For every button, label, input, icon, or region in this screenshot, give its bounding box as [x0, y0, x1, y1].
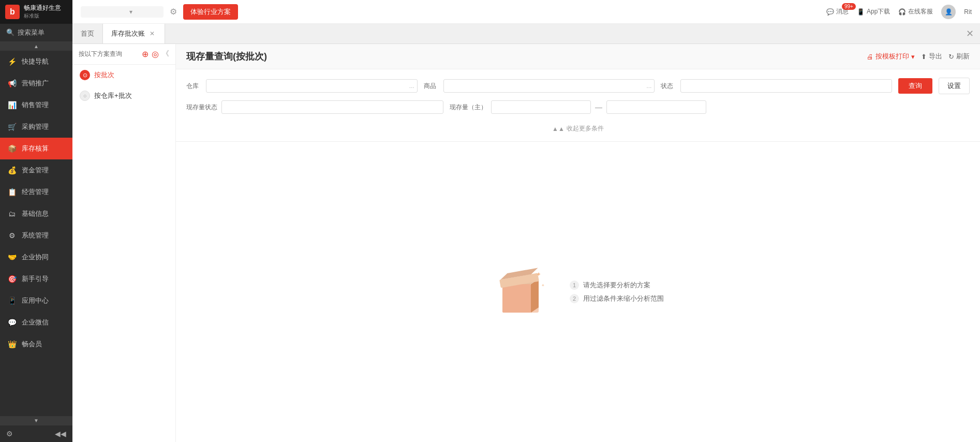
inventory-status-input-wrap	[221, 100, 443, 114]
refresh-icon: ↻	[948, 53, 954, 61]
topbar-chevron-icon: ▾	[129, 8, 132, 16]
empty-content: ✦ ✦ 1 请先选择要分析的方案 2 用过滤条件来缩小分析范围	[492, 261, 664, 323]
collapse-panel-icon[interactable]: 《	[162, 49, 169, 59]
print-icon: 🖨	[867, 53, 873, 61]
sidebar-nav: ⚡ 快捷导航 📢 营销推广 📊 销售管理 🛒 采购管理 📦 库存核算 💰 资金管…	[0, 51, 72, 416]
sidebar-header: b 畅康通好生意 标准版	[0, 0, 72, 24]
warehouse-more-icon[interactable]: ...	[409, 82, 414, 90]
hint-text-2: 用过滤条件来缩小分析范围	[583, 294, 664, 303]
edition-label: 标准版	[24, 12, 61, 20]
marketing-icon: 📢	[7, 79, 17, 88]
experience-btn[interactable]: 体验行业方案	[183, 4, 238, 20]
warehouse-label: 仓库	[186, 82, 202, 91]
page-title: 现存量查询(按批次)	[186, 50, 267, 63]
product-more-icon[interactable]: ...	[646, 82, 651, 90]
plan-icon-batch: ⊙	[80, 70, 90, 80]
collapse-more-btn[interactable]: ▲▲ 收起更多条件	[186, 120, 970, 133]
left-panel: 按以下方案查询 ⊕ ◎ 《 ⊙ 按批次 ○ 按仓库+批次	[72, 44, 176, 442]
inventory-status-label: 现存量状态	[186, 103, 217, 112]
empty-state: ✦ ✦ 1 请先选择要分析的方案 2 用过滤条件来缩小分析范围	[176, 142, 980, 442]
member-label: 畅会员	[22, 340, 42, 349]
sidebar-item-marketing[interactable]: 📢 营销推广	[0, 72, 72, 94]
query-btn[interactable]: 查询	[898, 78, 932, 94]
app-logo: b	[5, 5, 20, 19]
sidebar-item-app-center[interactable]: 📱 应用中心	[0, 290, 72, 312]
finance-label: 资金管理	[22, 166, 49, 175]
product-field: 商品 ...	[424, 79, 655, 93]
tab-home[interactable]: 首页	[72, 24, 103, 43]
hint-item-1: 1 请先选择要分析的方案	[570, 281, 664, 290]
export-btn[interactable]: ⬆ 导出	[921, 52, 942, 61]
sidebar-item-inventory[interactable]: 📦 库存核算	[0, 138, 72, 159]
sidebar-item-finance[interactable]: 💰 资金管理	[0, 159, 72, 181]
topbar-gear-icon[interactable]: ⚙	[170, 7, 177, 17]
sidebar-item-operations[interactable]: 📋 经营管理	[0, 181, 72, 203]
status-select[interactable]	[680, 79, 892, 93]
inventory-qty-max-input[interactable]	[606, 100, 706, 114]
plan-settings-icon[interactable]: ◎	[152, 49, 159, 59]
topbar-right: 💬 消息 99+ 📱 App下载 🎧 在线客服 👤 Rit	[826, 5, 972, 19]
status-label: 状态	[661, 82, 676, 91]
filter-area: 仓库 ... 商品 ... 状态	[176, 69, 980, 142]
tab-bar-close-icon[interactable]: ✕	[960, 28, 980, 39]
tab-home-label: 首页	[81, 29, 94, 38]
inventory-qty-label: 现存量（主）	[450, 103, 487, 112]
tab-close-icon[interactable]: ✕	[148, 30, 156, 38]
app-download-label: App下载	[867, 7, 890, 16]
marketing-label: 营销推广	[22, 79, 49, 88]
message-btn[interactable]: 💬 消息 99+	[826, 7, 849, 16]
product-input[interactable]	[443, 79, 655, 93]
search-menu-label: 搜索菜单	[18, 28, 44, 37]
filter-row-2: 现存量状态 现存量（主） —	[186, 100, 970, 114]
topbar: ▾ ⚙ 体验行业方案 💬 消息 99+ 📱 App下载 🎧 在线客服 👤 Rit	[72, 0, 980, 24]
search-icon: 🔍	[6, 28, 14, 36]
page-header: 现存量查询(按批次) 🖨 按模板打印 ▾ ⬆ 导出 ↻ 刷新	[176, 44, 980, 69]
inventory-qty-min-input[interactable]	[491, 100, 591, 114]
sales-label: 销售管理	[22, 100, 49, 110]
basic-info-label: 基础信息	[22, 209, 49, 218]
guide-icon: 🎯	[7, 274, 17, 284]
svg-text:✦: ✦	[536, 271, 541, 278]
sidebar-item-member[interactable]: 👑 畅会员	[0, 333, 72, 355]
message-icon: 💬	[826, 8, 834, 16]
sales-icon: 📊	[7, 100, 17, 110]
search-menu-item[interactable]: 🔍 搜索菜单	[0, 24, 72, 42]
settings-btn[interactable]: 设置	[939, 78, 970, 94]
collapse-more-label: 收起更多条件	[567, 124, 604, 133]
tab-inventory-batch[interactable]: 库存批次账 ✕	[103, 24, 165, 43]
topbar-search-wrap[interactable]: ▾	[81, 6, 164, 18]
sidebar-item-wechat[interactable]: 💬 企业微信	[0, 312, 72, 333]
app-download-btn[interactable]: 📱 App下载	[857, 7, 890, 16]
sidebar-item-quick-nav[interactable]: ⚡ 快捷导航	[0, 51, 72, 72]
warehouse-input[interactable]	[206, 79, 418, 93]
print-label: 按模板打印	[875, 52, 909, 61]
sidebar-item-system[interactable]: ⚙ 系统管理	[0, 225, 72, 246]
export-label: 导出	[929, 52, 942, 61]
refresh-btn[interactable]: ↻ 刷新	[948, 52, 970, 61]
online-service-btn[interactable]: 🎧 在线客服	[898, 7, 933, 16]
inventory-status-select[interactable]	[221, 100, 443, 114]
plan-item-warehouse-batch[interactable]: ○ 按仓库+批次	[72, 85, 175, 106]
sidebar: b 畅康通好生意 标准版 🔍 搜索菜单 ▲ ⚡ 快捷导航 📢 营销推广 📊 销售…	[0, 0, 72, 442]
scroll-down-btn[interactable]: ▼	[0, 416, 72, 425]
sidebar-item-enterprise[interactable]: 🤝 企业协同	[0, 246, 72, 268]
svg-text:✦: ✦	[541, 283, 545, 288]
collapse-sidebar-icon[interactable]: ◀◀	[55, 430, 66, 438]
sidebar-item-sales[interactable]: 📊 销售管理	[0, 94, 72, 116]
scroll-up-btn[interactable]: ▲	[0, 42, 72, 51]
plan-icon-warehouse-batch: ○	[80, 91, 90, 101]
user-avatar[interactable]: 👤	[941, 5, 956, 19]
plan-item-batch[interactable]: ⊙ 按批次	[72, 65, 175, 85]
empty-hints: 1 请先选择要分析的方案 2 用过滤条件来缩小分析范围	[570, 281, 664, 303]
sidebar-item-basic-info[interactable]: 🗂 基础信息	[0, 203, 72, 225]
print-btn[interactable]: 🖨 按模板打印 ▾	[867, 52, 915, 61]
topbar-search-input[interactable]	[85, 8, 126, 16]
sidebar-item-purchase[interactable]: 🛒 采购管理	[0, 116, 72, 138]
settings-icon[interactable]: ⚙	[6, 430, 13, 438]
member-icon: 👑	[7, 340, 17, 349]
right-main: 现存量查询(按批次) 🖨 按模板打印 ▾ ⬆ 导出 ↻ 刷新	[176, 44, 980, 442]
add-plan-icon[interactable]: ⊕	[142, 49, 149, 59]
operations-label: 经营管理	[22, 187, 49, 197]
app-center-label: 应用中心	[22, 296, 49, 305]
sidebar-item-guide[interactable]: 🎯 新手引导	[0, 268, 72, 290]
